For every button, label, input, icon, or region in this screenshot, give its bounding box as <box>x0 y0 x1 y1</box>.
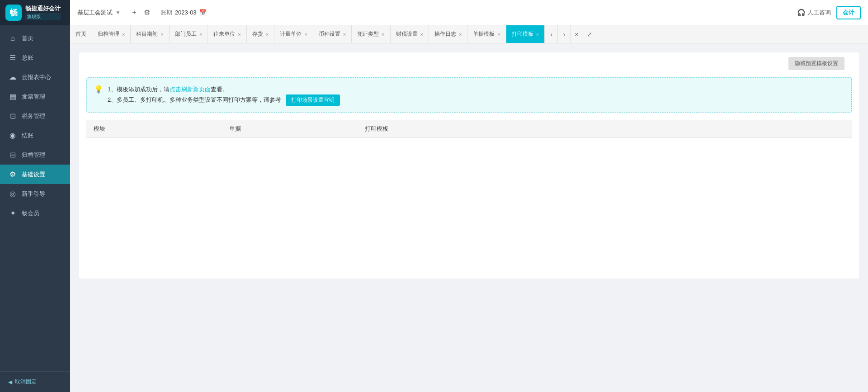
tab-single-form[interactable]: 单据模板 × <box>467 25 506 43</box>
topbar-actions: ＋ ⚙ <box>128 6 153 19</box>
tab-nav-next-button[interactable]: › <box>557 25 570 43</box>
notice-refresh-link[interactable]: 点击刷新新页面 <box>170 86 211 93</box>
print-scene-button[interactable]: 打印场景设置宣明 <box>286 94 340 106</box>
unpin-icon: ◀ <box>8 379 12 385</box>
topbar: 基层工会测试 ▼ ＋ ⚙ 账期 2023-03 📅 🎧 人工咨询 会计 <box>70 0 868 25</box>
tab-tax-settings-close-icon[interactable]: × <box>420 32 423 37</box>
service-button[interactable]: 🎧 人工咨询 <box>797 9 831 17</box>
notice-line1-post: 查看。 <box>211 86 228 93</box>
tab-currency-label: 币种设置 <box>319 30 340 38</box>
tab-print-template[interactable]: 打印模板 × <box>506 25 545 43</box>
sidebar-item-reports-label: 云报表中心 <box>22 73 51 81</box>
sidebar-item-settings[interactable]: ⚙ 基础设置 <box>0 165 70 184</box>
sidebar-item-archive[interactable]: ⊟ 归档管理 <box>0 145 70 165</box>
tab-voucher-type[interactable]: 凭证类型 × <box>352 25 390 43</box>
tab-dept-staff[interactable]: 部门员工 × <box>170 25 208 43</box>
tab-expand-button[interactable]: ⤢ <box>583 25 595 43</box>
tab-op-log[interactable]: 操作日志 × <box>429 25 467 43</box>
sidebar-item-invoice-label: 发票管理 <box>22 93 45 101</box>
tab-op-log-label: 操作日志 <box>434 30 456 38</box>
tabbar: 首页 归档管理 × 科目期初 × 部门员工 × 往来单位 × 存货 × 计量单位… <box>70 25 868 43</box>
tab-archive-mgmt[interactable]: 归档管理 × <box>92 25 131 43</box>
content-top-bar: 隐藏预置模板设置 <box>79 52 859 70</box>
sidebar-item-tax-label: 税务管理 <box>22 112 45 120</box>
sidebar: 畅 畅捷通好会计 旗舰版 ⌂ 首页 ☰ 总账 ☁ 云报表中心 ▤ 发票管理 ⊡ … <box>0 0 70 392</box>
project-chevron-icon: ▼ <box>115 9 121 16</box>
notice-text: 1、模板添加成功后，请点击刷新新页面查看。 2、多员工、多打印机、多种业务类型设… <box>108 84 844 106</box>
project-name: 基层工会测试 <box>77 9 113 17</box>
notice-line-1: 1、模板添加成功后，请点击刷新新页面查看。 <box>108 84 844 94</box>
service-label: 人工咨询 <box>807 9 831 17</box>
topbar-right: 🎧 人工咨询 会计 <box>797 6 861 19</box>
archive-icon: ⊟ <box>8 151 17 159</box>
hide-template-button[interactable]: 隐藏预置模板设置 <box>788 57 844 70</box>
app-subtitle: 旗舰版 <box>25 13 61 20</box>
sidebar-item-home-label: 首页 <box>22 34 33 43</box>
sidebar-item-guide-label: 新手引导 <box>22 190 45 198</box>
tab-currency[interactable]: 币种设置 × <box>313 25 352 43</box>
sidebar-item-invoice[interactable]: ▤ 发票管理 <box>0 87 70 106</box>
settings-button[interactable]: ⚙ <box>141 6 153 19</box>
sidebar-item-close-label: 结账 <box>22 132 33 140</box>
tab-voucher-type-label: 凭证类型 <box>357 30 379 38</box>
tab-archive-mgmt-close-icon[interactable]: × <box>122 32 125 37</box>
sidebar-item-settings-label: 基础设置 <box>22 170 45 179</box>
tab-subject-init[interactable]: 科目期初 × <box>131 25 169 43</box>
reports-icon: ☁ <box>8 73 17 81</box>
sidebar-item-member[interactable]: ✦ 畅会员 <box>0 203 70 223</box>
settings-icon: ⚙ <box>8 170 17 179</box>
sidebar-item-reports[interactable]: ☁ 云报表中心 <box>0 67 70 87</box>
content-inner: 隐藏预置模板设置 💡 1、模板添加成功后，请点击刷新新页面查看。 2、多员工、多… <box>79 52 859 279</box>
tab-measure-unit-label: 计量单位 <box>280 30 302 38</box>
tab-currency-close-icon[interactable]: × <box>343 32 346 37</box>
kuaiji-button[interactable]: 会计 <box>836 6 861 19</box>
tab-voucher-type-close-icon[interactable]: × <box>382 32 384 37</box>
sidebar-item-close[interactable]: ◉ 结账 <box>0 126 70 145</box>
tab-measure-unit-close-icon[interactable]: × <box>304 32 307 37</box>
tab-dept-staff-close-icon[interactable]: × <box>199 32 202 37</box>
main-area: 基层工会测试 ▼ ＋ ⚙ 账期 2023-03 📅 🎧 人工咨询 会计 首页 归… <box>70 0 868 392</box>
bulb-icon: 💡 <box>94 85 103 94</box>
close-period-icon: ◉ <box>8 131 17 140</box>
tab-subject-init-label: 科目期初 <box>136 30 158 38</box>
invoice-icon: ▤ <box>8 92 17 101</box>
notice-line-2: 2、多员工、多打印机、多种业务类型设置不同打印方案等，请参考 打印场景设置宣明 <box>108 94 844 106</box>
tab-counterparty-close-icon[interactable]: × <box>238 32 241 37</box>
period-value: 2023-03 <box>175 9 197 16</box>
sidebar-nav: ⌂ 首页 ☰ 总账 ☁ 云报表中心 ▤ 发票管理 ⊡ 税务管理 ◉ 结账 ⊟ 归… <box>0 25 70 371</box>
tab-inventory-close-icon[interactable]: × <box>266 32 269 37</box>
tab-tax-settings[interactable]: 财税设置 × <box>391 25 429 43</box>
tab-nav-prev-button[interactable]: ‹ <box>545 25 557 43</box>
tab-archive-mgmt-label: 归档管理 <box>98 30 119 38</box>
sidebar-footer[interactable]: ◀ 取消固定 <box>0 371 70 392</box>
tab-print-template-close-icon[interactable]: × <box>536 32 539 37</box>
app-title: 畅捷通好会计 <box>25 5 61 12</box>
sidebar-item-tax[interactable]: ⊡ 税务管理 <box>0 106 70 126</box>
tab-single-form-label: 单据模板 <box>473 30 495 38</box>
table-col-document: 单据 <box>222 120 358 137</box>
sidebar-item-home[interactable]: ⌂ 首页 <box>0 29 70 48</box>
project-selector[interactable]: 基层工会测试 ▼ <box>77 9 121 17</box>
tab-dept-staff-label: 部门员工 <box>175 30 197 38</box>
tab-inventory-label: 存货 <box>252 30 263 38</box>
sidebar-footer-label: 取消固定 <box>15 378 37 386</box>
tab-subject-init-close-icon[interactable]: × <box>160 32 163 37</box>
table-col-template: 打印模板 <box>358 120 852 137</box>
tab-counterparty[interactable]: 往来单位 × <box>208 25 246 43</box>
sidebar-item-ledger[interactable]: ☰ 总账 <box>0 48 70 67</box>
ledger-icon: ☰ <box>8 53 17 62</box>
notice-box: 💡 1、模板添加成功后，请点击刷新新页面查看。 2、多员工、多打印机、多种业务类… <box>86 77 852 113</box>
sidebar-item-guide[interactable]: ◎ 新手引导 <box>0 184 70 203</box>
tab-measure-unit[interactable]: 计量单位 × <box>274 25 313 43</box>
tab-home[interactable]: 首页 <box>70 25 92 43</box>
tab-op-log-close-icon[interactable]: × <box>459 32 462 37</box>
sidebar-item-archive-label: 归档管理 <box>22 151 45 159</box>
tab-inventory[interactable]: 存货 × <box>247 25 274 43</box>
home-icon: ⌂ <box>8 34 17 43</box>
headset-icon: 🎧 <box>797 9 806 17</box>
add-tab-button[interactable]: ＋ <box>128 6 141 19</box>
tax-icon: ⊡ <box>8 112 17 120</box>
calendar-icon[interactable]: 📅 <box>199 9 207 16</box>
tab-close-all-button[interactable]: × <box>570 25 583 43</box>
tab-single-form-close-icon[interactable]: × <box>497 32 500 37</box>
